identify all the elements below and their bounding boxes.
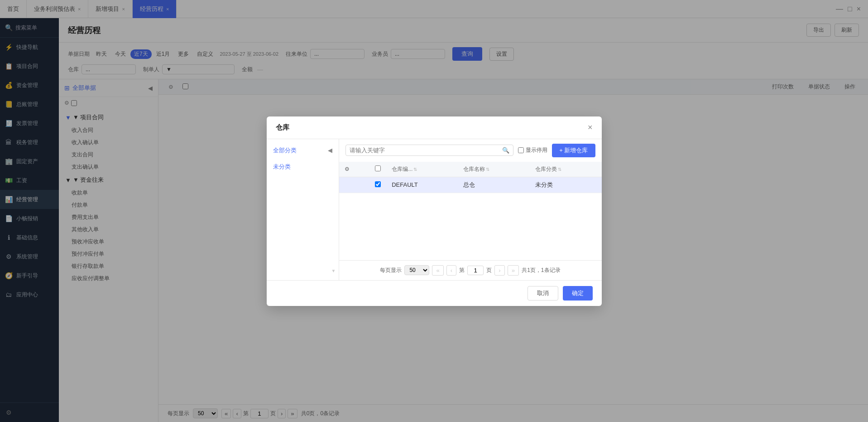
warehouse-modal: 仓库 × 全部分类 ◀ 未分类 ▼: [267, 116, 602, 306]
modal-next-btn[interactable]: ›: [494, 265, 504, 276]
name-sort-icon: ⇅: [486, 167, 489, 172]
modal-left-header: 全部分类 ◀: [267, 144, 339, 159]
modal-toolbar: 🔍 显示停用 + 新增仓库: [339, 139, 602, 162]
modal-total-label: 共1页，1条记录: [522, 267, 560, 274]
show-disabled-label: 显示停用: [518, 146, 547, 154]
table-select-all[interactable]: [375, 165, 381, 171]
modal-left-panel: 全部分类 ◀ 未分类 ▼: [267, 139, 339, 280]
modal-all-category[interactable]: 全部分类: [273, 146, 297, 155]
category-sort-icon: ⇅: [558, 167, 561, 172]
modal-first-btn[interactable]: «: [432, 265, 443, 276]
modal-overlay: 仓库 × 全部分类 ◀ 未分类 ▼: [0, 0, 868, 422]
row-settings-cell: [339, 177, 370, 193]
row-name-cell: 总仓: [458, 177, 530, 193]
add-warehouse-btn[interactable]: + 新增仓库: [552, 144, 595, 157]
cancel-btn[interactable]: 取消: [528, 286, 558, 301]
show-disabled-checkbox[interactable]: [518, 147, 524, 153]
table-settings-th[interactable]: ⚙: [339, 162, 370, 177]
modal-close-btn[interactable]: ×: [588, 123, 593, 132]
search-icon: 🔍: [502, 147, 509, 154]
modal-body: 全部分类 ◀ 未分类 ▼ 🔍: [267, 139, 602, 280]
table-row[interactable]: DEFAULT 总仓 未分类: [339, 177, 602, 193]
table-checkbox-th: [369, 162, 386, 177]
modal-footer: 取消 确定: [267, 280, 602, 306]
modal-search-input[interactable]: [350, 147, 500, 154]
modal-page-end: 页: [486, 267, 492, 274]
modal-table-wrap: ⚙ 仓库编... ⇅: [339, 162, 602, 260]
modal-per-page-label: 每页显示: [380, 267, 402, 274]
table-category-th[interactable]: 仓库分类 ⇅: [530, 162, 602, 177]
modal-page-label: 第: [459, 267, 465, 274]
modal-per-page-select[interactable]: 50 100: [404, 265, 429, 275]
modal-title: 仓库: [276, 123, 289, 132]
modal-page-input[interactable]: [467, 266, 484, 275]
row-checkbox[interactable]: [375, 181, 381, 187]
modal-header: 仓库 ×: [267, 116, 602, 139]
modal-table: ⚙ 仓库编... ⇅: [339, 162, 602, 193]
modal-pagination: 每页显示 50 100 « ‹ 第 页 › » 共1页，1条记录: [339, 260, 602, 280]
row-category-cell: 未分类: [530, 177, 602, 193]
row-code-cell: DEFAULT: [386, 177, 458, 193]
modal-last-btn[interactable]: »: [508, 265, 519, 276]
table-name-th[interactable]: 仓库名称 ⇅: [458, 162, 530, 177]
modal-search-box[interactable]: 🔍: [345, 145, 514, 156]
modal-left-scroll-indicator: ▼: [267, 265, 339, 276]
table-code-th[interactable]: 仓库编... ⇅: [386, 162, 458, 177]
code-sort-icon: ⇅: [413, 167, 417, 172]
row-checkbox-cell: [369, 177, 386, 193]
modal-category-uncategorized[interactable]: 未分类: [267, 159, 339, 175]
modal-prev-btn[interactable]: ‹: [446, 265, 456, 276]
confirm-btn[interactable]: 确定: [563, 286, 593, 301]
modal-right-content: 🔍 显示停用 + 新增仓库 ⚙: [339, 139, 602, 280]
modal-collapse-icon[interactable]: ◀: [328, 147, 332, 154]
